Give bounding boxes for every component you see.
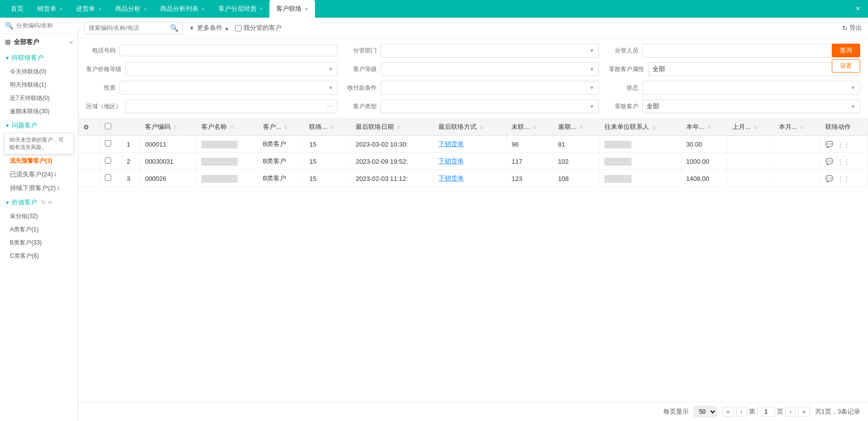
sidebar-item-overdue[interactable]: 逾期未联络(30) [0, 105, 78, 118]
filter-nature: 性质 ▼ [86, 81, 338, 95]
edit-icon[interactable]: ✏ [48, 199, 53, 206]
sidebar-item-already-lost[interactable]: 已流失客户(24) ℹ [0, 168, 78, 181]
sidebar-item-7days[interactable]: 近7天待联络(0) [0, 92, 78, 105]
nav-tab-home[interactable]: 首页 [4, 0, 30, 18]
close-customer-contact-tab[interactable]: × [305, 6, 308, 12]
customer-type-select[interactable]: ▼ [381, 99, 599, 113]
row-checkbox-1[interactable] [105, 157, 111, 164]
row-not-contacted: 96 [506, 136, 553, 153]
close-all-button[interactable]: × [852, 4, 864, 13]
refresh-icon[interactable]: ↻ [41, 199, 46, 206]
main-search-wrap[interactable]: 🔍 [84, 22, 183, 34]
chat-action-icon[interactable]: 💬 [825, 158, 833, 165]
col-overdue[interactable]: 逾期... ⇅ [553, 119, 600, 136]
dept-label: 分管部门 [347, 47, 377, 55]
col-grade[interactable]: 客户... ⇅ [258, 119, 304, 136]
nav-tab-sales[interactable]: 销货单 × [30, 0, 69, 18]
close-customer-segment-tab[interactable]: × [260, 6, 263, 12]
per-page-select[interactable]: 50 [694, 406, 717, 417]
col-partner-contact[interactable]: 往来单位联系人 ⇅ [600, 119, 681, 136]
region-select[interactable]: ··· [125, 99, 338, 113]
row-settings-cell [78, 170, 99, 187]
filter-zero-customer: 零散客户 全部 ▼ [609, 99, 860, 113]
nav-tab-customer-contact[interactable]: 客户联络 × [269, 0, 314, 18]
all-customers-header[interactable]: ⊞ 全部客户 « [0, 34, 78, 50]
row-checkbox-0[interactable] [105, 140, 111, 147]
sidebar-item-a-class[interactable]: A类客户(1) [0, 223, 78, 236]
row-name: ████████ [196, 170, 258, 187]
more-action-icon[interactable]: ⋮⋮ [837, 175, 850, 182]
select-all-checkbox[interactable] [105, 123, 111, 129]
sidebar-section-value[interactable]: ▼ 价值客户 ↻ ✏ [0, 195, 78, 210]
dept-select[interactable]: ▼ [381, 44, 599, 57]
more-action-icon[interactable]: ⋮⋮ [837, 158, 850, 165]
last-contact-way-link[interactable]: 下销货单 [438, 174, 464, 182]
zero-customer-select[interactable]: 全部 ▼ [642, 99, 860, 113]
col-last-contact-way[interactable]: 最后联络方式 ⇅ [434, 119, 506, 136]
close-purchase-tab[interactable]: × [98, 6, 101, 12]
nav-tab-analysis-list[interactable]: 商品分析列表 × [153, 0, 211, 18]
my-customer-checkbox-wrap[interactable]: 我分管的客户 [235, 24, 282, 32]
status-select[interactable]: ▼ [642, 81, 860, 95]
sidebar-item-tomorrow[interactable]: 明天待联络(1) [0, 78, 78, 92]
main-search-input[interactable] [89, 25, 167, 31]
row-checkbox-cell[interactable] [99, 170, 121, 187]
sidebar-item-unclassified[interactable]: 未分组(32) [0, 210, 78, 223]
sidebar-item-b-class[interactable]: B类客户(33) [0, 236, 78, 249]
close-sales-tab[interactable]: × [59, 6, 62, 12]
query-button[interactable]: 查询 [832, 44, 860, 57]
last-contact-way-link[interactable]: 下销货单 [438, 140, 464, 148]
sidebar-section-problem[interactable]: ▼ 问题客户 [0, 118, 78, 133]
nav-tab-customer-segment[interactable]: 客户分层经营 × [212, 0, 269, 18]
sidebar-item-today[interactable]: 今天待联络(0) [0, 65, 78, 78]
last-contact-way-link[interactable]: 下销货单 [438, 157, 464, 165]
export-button[interactable]: ↻ 导出 [842, 24, 862, 32]
row-seq: 3 [121, 170, 140, 187]
col-last-month[interactable]: 上月... ⇅ [727, 119, 774, 136]
sidebar-item-lost-predicted[interactable]: 流失预警客户(3) [0, 154, 78, 168]
more-filter-button[interactable]: ▼ 更多条件 ▲ [189, 24, 229, 32]
main-search-icon[interactable]: 🔍 [170, 24, 178, 32]
price-grade-select[interactable]: ▼ [125, 62, 338, 76]
zero-attr-select[interactable]: 全部 ▼ [648, 62, 860, 76]
nature-select[interactable]: ▼ [120, 81, 338, 95]
col-name[interactable]: 客户名称 ⇅ [196, 119, 258, 136]
sidebar-item-c-class[interactable]: C类客户(6) [0, 249, 78, 263]
chat-action-icon[interactable]: 💬 [825, 141, 833, 148]
prev-page-button[interactable]: ‹ [736, 407, 747, 417]
col-contact[interactable]: 联络... ⇅ [304, 119, 351, 136]
region-dots-icon[interactable]: ··· [327, 102, 333, 111]
close-analysis-tab[interactable]: × [144, 6, 146, 12]
col-this-year[interactable]: 本年... ⇅ [681, 119, 727, 136]
collapse-icon[interactable]: « [70, 39, 73, 46]
nav-tab-purchase[interactable]: 进货单 × [69, 0, 108, 18]
col-this-month[interactable]: 本月... ⇅ [774, 119, 820, 136]
data-table-wrap: ⚙ 客户编码 ⇅ 客户名称 ⇅ [78, 119, 868, 402]
first-page-button[interactable]: « [722, 407, 734, 417]
person-select[interactable] [642, 44, 848, 57]
phone-input[interactable] [120, 45, 338, 56]
row-checkbox-2[interactable] [105, 174, 111, 181]
payment-select[interactable]: ▼ [381, 81, 599, 95]
customer-grade-select[interactable]: ▼ [381, 62, 599, 76]
col-checkbox[interactable] [99, 119, 121, 136]
my-customer-checkbox[interactable] [235, 25, 241, 31]
row-checkbox-cell[interactable] [99, 153, 121, 170]
filter-icon: ▼ [189, 25, 195, 32]
page-number-input[interactable] [757, 407, 775, 417]
last-page-button[interactable]: » [798, 407, 810, 417]
settings-button[interactable]: 设置 [832, 59, 860, 73]
sidebar-item-downtrend[interactable]: 持续下滑客户(2) ℹ [0, 181, 78, 195]
col-last-contact-date[interactable]: 最后联络日期 ⇅ [351, 119, 434, 136]
col-not-contacted[interactable]: 未联... ⇅ [506, 119, 553, 136]
row-checkbox-cell[interactable] [99, 136, 121, 153]
chat-action-icon[interactable]: 💬 [825, 175, 833, 182]
sidebar: 🔍 ⊞ 全部客户 « ▼ 待联络客户 今天待联络(0) 明天待联络(1) 近7天… [0, 18, 78, 421]
close-analysis-list-tab[interactable]: × [201, 6, 204, 12]
col-code[interactable]: 客户编码 ⇅ [140, 119, 196, 136]
nav-tab-analysis[interactable]: 商品分析 × [108, 0, 153, 18]
col-settings[interactable]: ⚙ [78, 119, 99, 136]
next-page-button[interactable]: › [785, 407, 796, 417]
sidebar-section-pending[interactable]: ▼ 待联络客户 [0, 50, 78, 65]
more-action-icon[interactable]: ⋮⋮ [837, 141, 850, 148]
